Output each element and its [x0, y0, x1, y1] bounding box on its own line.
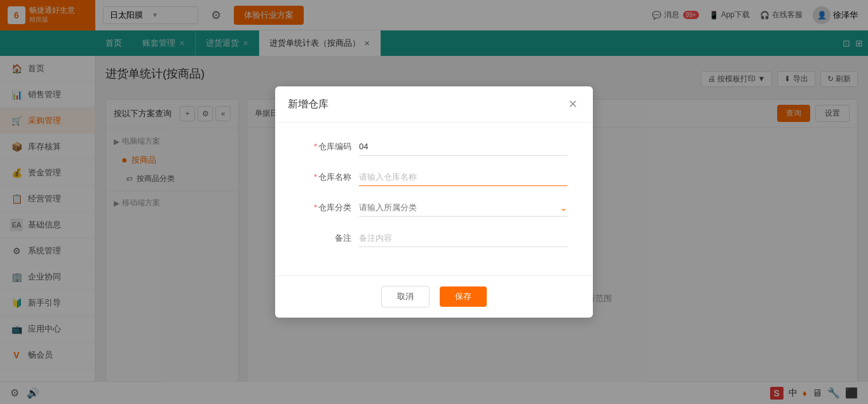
warehouse-category-wrap: ⌄ — [359, 199, 567, 217]
warehouse-name-input[interactable] — [359, 168, 567, 186]
warehouse-category-input[interactable] — [359, 199, 567, 217]
modal-overlay: 新增仓库 ✕ 仓库编码 仓库名称 仓库分类 ⌄ — [0, 0, 868, 404]
remark-input[interactable] — [359, 229, 567, 247]
warehouse-category-label: 仓库分类 — [301, 202, 351, 213]
dialog-title: 新增仓库 — [288, 98, 329, 111]
warehouse-name-label: 仓库名称 — [301, 172, 351, 183]
warehouse-code-input[interactable] — [359, 138, 567, 156]
warehouse-name-row: 仓库名称 — [301, 168, 567, 186]
dialog-close-button[interactable]: ✕ — [565, 97, 580, 112]
category-dropdown-icon[interactable]: ⌄ — [560, 203, 567, 213]
dialog-body: 仓库编码 仓库名称 仓库分类 ⌄ 备注 — [275, 123, 593, 275]
warehouse-code-label: 仓库编码 — [301, 141, 351, 152]
remark-label: 备注 — [301, 232, 351, 244]
warehouse-code-row: 仓库编码 — [301, 138, 567, 156]
cancel-button[interactable]: 取消 — [381, 286, 430, 307]
dialog-footer: 取消 保存 — [275, 275, 593, 318]
remark-row: 备注 — [301, 229, 567, 247]
dialog-header: 新增仓库 ✕ — [275, 86, 593, 123]
save-button[interactable]: 保存 — [440, 286, 487, 307]
dialog-add-warehouse: 新增仓库 ✕ 仓库编码 仓库名称 仓库分类 ⌄ — [275, 86, 593, 318]
warehouse-category-row: 仓库分类 ⌄ — [301, 199, 567, 217]
